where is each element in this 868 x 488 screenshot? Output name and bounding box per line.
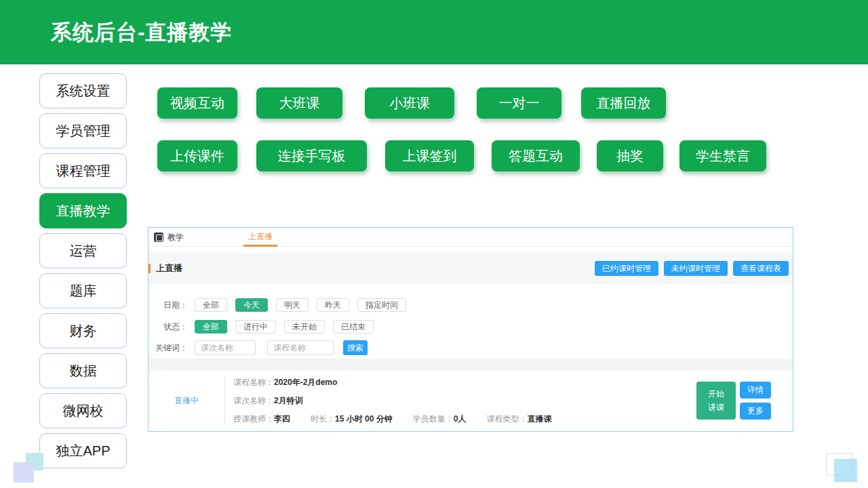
- feature-button-small-class[interactable]: 小班课: [365, 87, 454, 119]
- feature-button-upload-courseware[interactable]: 上传课件: [157, 140, 237, 171]
- date-filter-row: 日期： 全部 今天 明天 昨天 指定时间: [149, 298, 414, 312]
- date-option-custom[interactable]: 指定时间: [357, 298, 406, 312]
- students-value: 0人: [454, 414, 467, 424]
- course-meta-line: 授课教师：李四 时长：15 小时 00 分钟 学员数量：0人 课程类型：直播课: [233, 414, 551, 424]
- status-filter-row: 状态： 全部 进行中 未开始 已结束: [149, 320, 382, 333]
- screen: 系统后台-直播教学 系统设置 学员管理 课程管理 直播教学 运营 题库 财务 数…: [0, 0, 868, 488]
- view-schedule-button[interactable]: 查看课程表: [733, 261, 789, 276]
- course-type-label: 课程类型：: [486, 414, 527, 424]
- feature-button-connect-tablet[interactable]: 连接手写板: [256, 140, 367, 171]
- page-title: 系统后台-直播教学: [51, 0, 232, 64]
- feature-button-live-replay[interactable]: 直播回放: [581, 87, 666, 119]
- feature-button-large-class[interactable]: 大班课: [256, 87, 342, 119]
- date-option-yesterday[interactable]: 昨天: [317, 298, 349, 312]
- detail-button[interactable]: 详情: [740, 382, 771, 399]
- feature-button-class-signin[interactable]: 上课签到: [385, 140, 474, 171]
- start-teaching-button[interactable]: 开始讲课: [696, 382, 736, 420]
- brand-label: 教学: [167, 228, 184, 247]
- booked-lessons-button[interactable]: 已约课时管理: [595, 261, 658, 276]
- students-label: 学员数量：: [413, 414, 454, 424]
- keyword-filter-label: 关键词：: [149, 342, 188, 354]
- course-row: 直播中 课程名称：2020年-2月demo 课次名称：2月特训 授课教师：李四 …: [149, 371, 793, 431]
- lesson-name-label: 课次名称：: [233, 396, 274, 405]
- sidebar-item-finance[interactable]: 财务: [39, 313, 127, 348]
- course-details: 课程名称：2020年-2月demo 课次名称：2月特训 授课教师：李四 时长：1…: [233, 378, 551, 432]
- date-option-all[interactable]: 全部: [195, 298, 227, 312]
- live-status-badge: 直播中: [174, 371, 199, 431]
- course-name-value: 2020年-2月demo: [274, 378, 337, 387]
- lesson-name-value: 2月特训: [274, 396, 303, 405]
- more-button[interactable]: 更多: [740, 403, 771, 420]
- teacher-label: 授课教师：: [233, 414, 274, 424]
- course-name-input[interactable]: [267, 340, 334, 355]
- status-option-not-started[interactable]: 未开始: [284, 320, 325, 333]
- date-option-today[interactable]: 今天: [235, 298, 268, 312]
- course-name-label: 课程名称：: [233, 378, 274, 387]
- section-title-wrap: 上直播: [149, 253, 182, 284]
- sidebar-item-micro-school[interactable]: 微网校: [39, 393, 127, 428]
- app-logo-icon: [154, 232, 163, 242]
- decoration-square-blue: [834, 459, 857, 482]
- section-title: 上直播: [156, 262, 182, 274]
- row-divider: [224, 376, 225, 426]
- unbooked-lessons-button[interactable]: 未约课时管理: [664, 261, 728, 276]
- date-filter-label: 日期：: [149, 300, 188, 311]
- status-filter-label: 状态：: [149, 321, 188, 333]
- decoration-square-lavender: [14, 462, 34, 483]
- sidebar-item-student-management[interactable]: 学员管理: [39, 113, 127, 148]
- feature-button-mute-students[interactable]: 学生禁言: [679, 140, 766, 171]
- sidebar-item-operations[interactable]: 运营: [39, 233, 127, 268]
- page-header: 系统后台-直播教学: [0, 0, 868, 64]
- teacher-value: 李四: [274, 414, 290, 424]
- sidebar-item-course-management[interactable]: 课程管理: [39, 153, 127, 188]
- feature-button-quiz-interaction[interactable]: 答题互动: [492, 140, 580, 171]
- sidebar-item-question-bank[interactable]: 题库: [39, 273, 127, 308]
- status-option-all[interactable]: 全部: [195, 320, 227, 333]
- status-option-ongoing[interactable]: 进行中: [235, 320, 276, 333]
- keyword-filter-row: 关键词： 搜索: [149, 340, 368, 355]
- lesson-name-input[interactable]: [195, 340, 256, 355]
- feature-button-lottery[interactable]: 抽奖: [597, 140, 663, 171]
- section-actions: 已约课时管理 未约课时管理 查看课程表: [595, 261, 789, 276]
- section-separator: [149, 359, 793, 371]
- search-button[interactable]: 搜索: [343, 340, 368, 355]
- tab-live[interactable]: 上直播: [243, 228, 277, 247]
- sidebar-item-data[interactable]: 数据: [39, 353, 127, 388]
- feature-button-one-on-one[interactable]: 一对一: [477, 87, 561, 119]
- course-name-line: 课程名称：2020年-2月demo: [233, 378, 551, 387]
- duration-label: 时长：: [311, 414, 335, 424]
- panel-tab-bar: 教学 上直播: [149, 228, 793, 247]
- feature-button-video-interaction[interactable]: 视频互动: [157, 87, 237, 119]
- status-option-ended[interactable]: 已结束: [333, 320, 374, 333]
- duration-value: 15 小时 00 分钟: [335, 414, 393, 424]
- sidebar-item-independent-app[interactable]: 独立APP: [39, 433, 127, 468]
- admin-panel: 教学 上直播 上直播 已约课时管理 未约课时管理 查看课程表 日期： 全部 今天…: [148, 227, 793, 432]
- section-header: 上直播 已约课时管理 未约课时管理 查看课程表: [149, 253, 793, 284]
- lesson-name-line: 课次名称：2月特训: [233, 396, 551, 405]
- sidebar-item-system-settings[interactable]: 系统设置: [39, 73, 127, 108]
- course-type-value: 直播课: [527, 414, 551, 424]
- section-accent-bar: [149, 264, 151, 273]
- tab-live-label: 上直播: [248, 232, 273, 241]
- sidebar: 系统设置 学员管理 课程管理 直播教学 运营 题库 财务 数据 微网校 独立AP…: [39, 73, 127, 468]
- sidebar-item-live-teaching[interactable]: 直播教学: [39, 193, 127, 228]
- date-option-tomorrow[interactable]: 明天: [276, 298, 309, 312]
